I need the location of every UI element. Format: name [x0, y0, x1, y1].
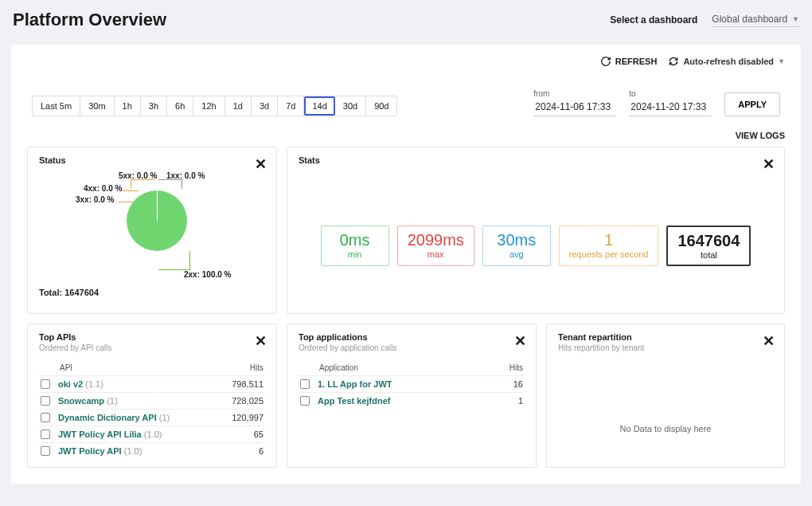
refresh-label: REFRESH	[615, 57, 658, 66]
stat-total: 1647604total	[666, 226, 751, 266]
apply-button[interactable]: APPLY	[724, 92, 780, 116]
api-link[interactable]: Snowcamp (1)	[58, 396, 221, 406]
tenant-title: Tenant repartition	[558, 332, 773, 342]
stat-label: min	[331, 249, 379, 259]
to-date-field[interactable]: to 2024-11-20 17:33	[629, 89, 712, 116]
stats-panel: Stats ✕ 0msmin2099msmax30msavg1requests …	[287, 147, 785, 314]
stat-value: 2099ms	[408, 231, 464, 249]
stat-min: 0msmin	[321, 226, 389, 266]
close-icon[interactable]: ✕	[763, 155, 775, 173]
api-link[interactable]: Dynamic Dictionary API (1)	[58, 413, 221, 422]
col-hits: Hits	[480, 363, 523, 372]
stat-value: 0ms	[331, 231, 379, 249]
dashboard-selector[interactable]: Global dashboard ▼	[712, 14, 799, 27]
checkbox[interactable]	[300, 379, 310, 389]
top-apps-header: Application Hits	[299, 363, 525, 375]
to-value: 2024-11-20 17:33	[629, 98, 712, 116]
quick-range-12h[interactable]: 12h	[193, 96, 224, 116]
pie-label-4xx: 4xx: 0.0 %	[84, 184, 122, 193]
status-pie-chart: 5xx: 0.0 % 1xx: 0.0 % 4xx: 0.0 % 3xx: 0.…	[39, 165, 265, 284]
api-link[interactable]: JWT Policy API (1.0)	[58, 446, 221, 456]
hits-value: 1	[480, 396, 523, 406]
chevron-down-icon: ▼	[792, 15, 799, 23]
stat-avg: 30msavg	[482, 226, 551, 266]
panels-bottom-row: Top APIs Ordered by API calls ✕ API Hits…	[27, 324, 785, 468]
from-label: from	[533, 89, 616, 98]
api-version: (1)	[107, 396, 117, 406]
tenant-sub: Hits repartition by tenant	[558, 343, 773, 352]
top-apis-rows: oki v2 (1.1)798,511Snowcamp (1)728,025Dy…	[39, 375, 265, 459]
select-dashboard-label: Select a dashboard	[610, 14, 697, 25]
view-logs-row: VIEW LOGS	[27, 131, 785, 140]
api-link[interactable]: JWT Policy API Lilia (1.0)	[58, 430, 221, 439]
quick-range-6h[interactable]: 6h	[167, 96, 193, 116]
checkbox[interactable]	[41, 379, 50, 389]
hits-value: 798,511	[221, 379, 264, 389]
quick-range-last5m[interactable]: Last 5m	[33, 96, 80, 116]
hits-value: 6	[221, 446, 264, 456]
pie-label-2xx: 2xx: 100.0 %	[184, 270, 232, 279]
tenant-panel: Tenant repartition Hits repartition by t…	[546, 324, 785, 468]
stat-requests-per-second: 1requests per second	[559, 226, 659, 266]
close-icon[interactable]: ✕	[514, 332, 526, 350]
checkbox[interactable]	[300, 396, 310, 406]
toolbar: REFRESH Auto-refresh disabled ▼	[27, 56, 785, 67]
quick-range-3d[interactable]: 3d	[252, 96, 278, 116]
top-apis-panel: Top APIs Ordered by API calls ✕ API Hits…	[27, 324, 277, 468]
close-icon[interactable]: ✕	[255, 332, 267, 350]
dashboard-selected-value: Global dashboard	[712, 14, 787, 25]
top-apps-panel: Top applications Ordered by application …	[287, 324, 537, 468]
chevron-down-icon: ▼	[778, 57, 785, 65]
page-header: Platform Overview Select a dashboard Glo…	[0, 0, 812, 40]
main-card: REFRESH Auto-refresh disabled ▼ Last 5m3…	[11, 45, 801, 484]
hits-value: 65	[221, 430, 264, 439]
table-row: App Test kejfdnef1	[299, 392, 525, 409]
refresh-icon	[600, 56, 611, 67]
col-application: Application	[319, 363, 480, 372]
view-logs-link[interactable]: VIEW LOGS	[736, 131, 785, 140]
header-right: Select a dashboard Global dashboard ▼	[610, 14, 799, 27]
app-link[interactable]: App Test kejfdnef	[318, 396, 480, 406]
top-apps-rows: 1. LL App for JWT16App Test kejfdnef1	[299, 375, 525, 409]
hits-value: 16	[480, 379, 523, 389]
table-row: oki v2 (1.1)798,511	[39, 375, 265, 392]
api-version: (1.0)	[124, 446, 142, 456]
refresh-button[interactable]: REFRESH	[600, 56, 658, 67]
quick-range-7d[interactable]: 7d	[278, 96, 304, 116]
date-range-inputs: from 2024-11-06 17:33 to 2024-11-20 17:3…	[533, 89, 780, 116]
quick-range-14d[interactable]: 14d	[304, 96, 334, 116]
panels-top-row: Status ✕ 5xx: 0.0 % 1xx: 0.0 % 4xx: 0.0 …	[27, 147, 785, 314]
status-panel: Status ✕ 5xx: 0.0 % 1xx: 0.0 % 4xx: 0.0 …	[27, 147, 277, 314]
checkbox[interactable]	[41, 430, 50, 439]
api-link[interactable]: oki v2 (1.1)	[58, 379, 221, 389]
stat-boxes: 0msmin2099msmax30msavg1requests per seco…	[299, 226, 773, 266]
from-date-field[interactable]: from 2024-11-06 17:33	[533, 89, 616, 116]
quick-range-90d[interactable]: 90d	[366, 96, 396, 116]
api-version: (1)	[159, 413, 170, 422]
app-link[interactable]: 1. LL App for JWT	[318, 379, 480, 389]
top-apis-title: Top APIs	[39, 332, 265, 342]
stats-title: Stats	[299, 155, 773, 165]
hits-value: 728,025	[221, 396, 264, 406]
status-total: Total: 1647604	[39, 288, 265, 297]
checkbox[interactable]	[41, 446, 50, 456]
quick-range-1d[interactable]: 1d	[225, 96, 252, 116]
quick-range-30m[interactable]: 30m	[80, 96, 114, 116]
stat-label: max	[408, 249, 464, 259]
checkbox[interactable]	[41, 413, 50, 422]
stat-value: 30ms	[493, 231, 541, 249]
col-hits: Hits	[221, 363, 264, 372]
table-row: Snowcamp (1)728,025	[39, 392, 265, 409]
close-icon[interactable]: ✕	[763, 332, 775, 350]
from-value: 2024-11-06 17:33	[533, 98, 616, 116]
hits-value: 120,997	[221, 413, 264, 422]
auto-refresh-toggle[interactable]: Auto-refresh disabled ▼	[668, 56, 785, 67]
quick-range-30d[interactable]: 30d	[335, 96, 366, 116]
top-apis-header: API Hits	[39, 363, 265, 375]
quick-range-3h[interactable]: 3h	[141, 96, 167, 116]
col-api: API	[60, 363, 221, 372]
quick-range-1h[interactable]: 1h	[115, 96, 141, 116]
auto-refresh-label: Auto-refresh disabled	[683, 57, 774, 66]
stat-label: avg	[493, 249, 541, 259]
checkbox[interactable]	[41, 396, 50, 406]
